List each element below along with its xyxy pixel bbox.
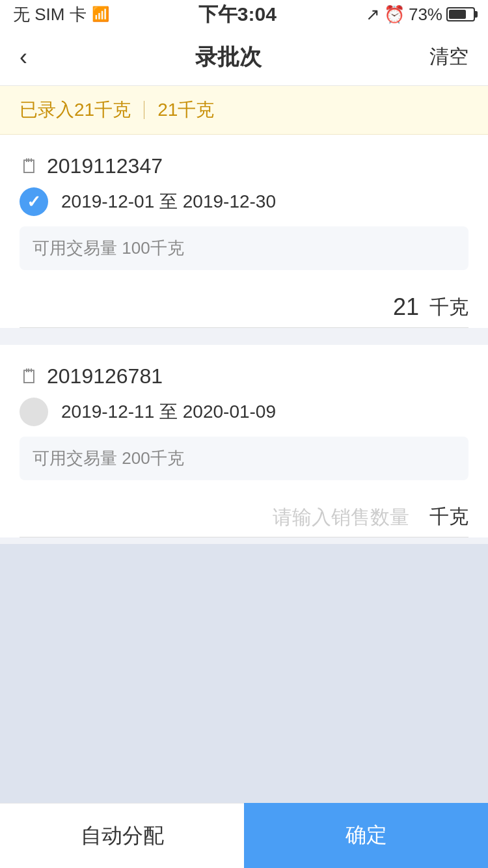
sim-label: 无 SIM 卡 <box>13 3 87 26</box>
batch-1-available: 可用交易量 100千克 <box>20 226 468 270</box>
status-bar: 无 SIM 卡 📶 下午3:04 ↗ ⏰ 73% <box>0 0 488 29</box>
batch-1-quantity-value: 21 <box>393 293 419 321</box>
banner-divider <box>144 101 144 119</box>
card-divider <box>0 334 488 345</box>
location-icon: ↗ <box>366 5 380 25</box>
confirm-button[interactable]: 确定 <box>244 803 488 868</box>
alarm-icon: ⏰ <box>384 5 405 25</box>
battery-fill <box>449 10 466 19</box>
batch-1-quantity-row: 21 千克 <box>0 283 488 321</box>
batch-2-date: 2019-12-11 至 2020-01-09 <box>61 400 276 424</box>
batch-2-available: 可用交易量 200千克 <box>20 437 468 480</box>
batch-item-2: 🗒 2019126781 2019-12-11 至 2020-01-09 可用交… <box>0 345 488 480</box>
batch-2-underline <box>20 537 468 537</box>
batch-2-radio[interactable] <box>20 398 48 426</box>
batch-1-date: 2019-12-01 至 2019-12-30 <box>61 189 276 214</box>
batch-1-radio[interactable] <box>20 187 48 216</box>
wifi-icon: 📶 <box>92 6 109 23</box>
batch-1-header: 🗒 2019112347 <box>20 154 468 178</box>
status-right: ↗ ⏰ 73% <box>366 5 475 25</box>
battery-icon <box>446 7 475 21</box>
batch-1-id: 2019112347 <box>47 154 163 178</box>
back-button[interactable]: ‹ <box>20 44 27 71</box>
batch-2-header: 🗒 2019126781 <box>20 364 468 388</box>
entered-amount-value: 21千克 <box>157 98 214 122</box>
batch-card-2: 🗒 2019126781 2019-12-11 至 2020-01-09 可用交… <box>0 345 488 537</box>
entered-amount-label: 已录入21千克 <box>20 98 131 122</box>
gray-area <box>0 544 488 804</box>
status-time: 下午3:04 <box>198 1 277 28</box>
battery-percent: 73% <box>409 5 442 25</box>
auto-distribute-button[interactable]: 自动分配 <box>0 803 244 868</box>
batch-id-icon-1: 🗒 <box>20 156 39 178</box>
batch-2-input-row: 千克 <box>0 493 488 530</box>
batch-2-date-row: 2019-12-11 至 2020-01-09 <box>20 398 468 426</box>
batch-card-1: 🗒 2019112347 2019-12-01 至 2019-12-30 可用交… <box>0 135 488 328</box>
status-left: 无 SIM 卡 📶 <box>13 3 109 26</box>
batch-1-quantity-unit: 千克 <box>429 294 468 321</box>
info-banner: 已录入21千克 21千克 <box>0 86 488 135</box>
batch-item-1: 🗒 2019112347 2019-12-01 至 2019-12-30 可用交… <box>0 135 488 270</box>
page-title: 录批次 <box>195 42 262 72</box>
batch-2-unit: 千克 <box>429 504 468 530</box>
batch-id-icon-2: 🗒 <box>20 366 39 388</box>
clear-button[interactable]: 清空 <box>429 44 468 70</box>
batch-2-quantity-input[interactable] <box>159 506 419 528</box>
batch-1-date-row: 2019-12-01 至 2019-12-30 <box>20 187 468 216</box>
batch-1-underline <box>20 327 468 328</box>
nav-bar: ‹ 录批次 清空 <box>0 29 488 86</box>
batch-2-id: 2019126781 <box>47 364 163 388</box>
bottom-bar: 自动分配 确定 <box>0 803 488 868</box>
